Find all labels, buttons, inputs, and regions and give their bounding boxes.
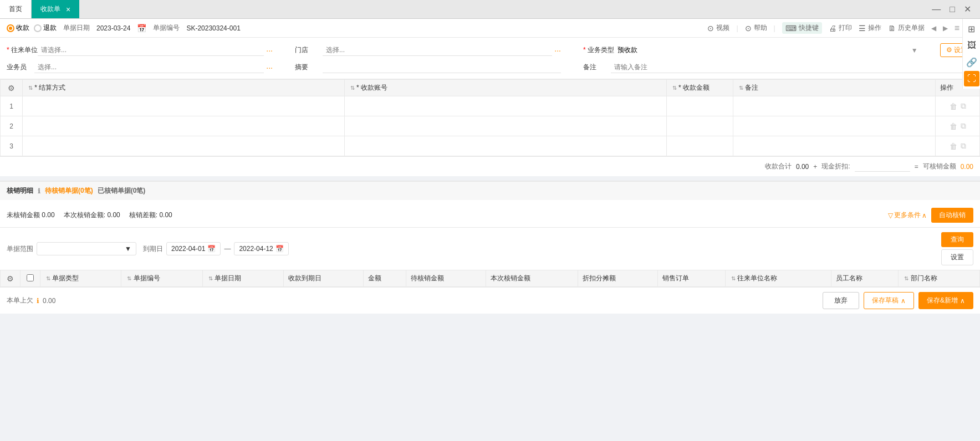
bottom-table-settings-icon[interactable]: ⚙ (7, 274, 14, 283)
operation-action[interactable]: ☰ 操作 (859, 23, 881, 33)
sidebar-expand-btn[interactable]: ⛶ (964, 71, 979, 86)
counterparty-input[interactable] (38, 44, 264, 56)
select-all-checkbox[interactable] (27, 274, 34, 281)
row2-notes[interactable] (733, 116, 935, 136)
tab-close-icon[interactable]: × (66, 5, 70, 14)
close-button[interactable]: ✕ (962, 4, 973, 14)
date-to-field[interactable]: 2022-04-12 📅 (234, 242, 288, 255)
row1-notes[interactable] (733, 96, 935, 116)
row3-action: 🗑 ⧉ (936, 136, 980, 156)
owe-info-icon[interactable]: ℹ (37, 297, 39, 305)
notes-input[interactable] (611, 61, 973, 73)
sidebar-link-btn[interactable]: 🔗 (964, 54, 979, 70)
row-num-1: 1 (1, 96, 23, 116)
form-area: 往来单位 ··· 门店 ··· 业务类型 预收款 ▼ (0, 38, 980, 79)
bottom-table: ⚙ ⇅ 单据类型 ⇅ 单据编号 (0, 270, 980, 287)
row1-copy-icon[interactable]: ⧉ (961, 101, 966, 111)
date-from-field[interactable]: 2022-04-01 📅 (166, 242, 221, 255)
table-row: 1 🗑 ⧉ (1, 96, 980, 116)
menu-lines[interactable]: ≡ (955, 23, 959, 33)
calendar-icon[interactable]: 📅 (137, 24, 146, 33)
row2-copy-icon[interactable]: ⧉ (961, 121, 966, 131)
range-chevron: ▼ (125, 245, 131, 253)
tab-home-label: 首页 (9, 4, 22, 14)
save-draft-label: 保存草稿 (872, 296, 899, 305)
salesperson-input[interactable] (34, 61, 264, 73)
plus-sign: + (813, 163, 817, 171)
row3-account[interactable] (344, 136, 666, 156)
col-settlement: ⇅ * 结算方式 (23, 80, 345, 96)
row1-account[interactable] (344, 96, 666, 116)
col-notes: ⇅ 备注 (733, 80, 935, 96)
row3-delete-icon[interactable]: 🗑 (950, 142, 957, 151)
query-button[interactable]: 查询 (941, 232, 973, 247)
business-type-chevron[interactable]: ▼ (911, 47, 918, 54)
row-num-3: 3 (1, 136, 23, 156)
sidebar-image-btn[interactable]: 🖼 (964, 38, 979, 53)
verify-info-icon[interactable]: ℹ (38, 187, 40, 195)
date-value: 2023-03-24 (96, 24, 130, 32)
video-action[interactable]: ⊙ 视频 (707, 23, 729, 33)
row2-amount[interactable] (666, 116, 733, 136)
row2-delete-icon[interactable]: 🗑 (950, 122, 957, 131)
row1-amount[interactable] (666, 96, 733, 116)
range-select[interactable]: ▼ (37, 242, 136, 255)
help-icon: ⊙ (745, 24, 752, 33)
shortcut-action[interactable]: ⌨ 快捷键 (782, 22, 822, 34)
tab-active[interactable]: 收款单 × (32, 0, 79, 18)
discount-input[interactable] (855, 161, 910, 172)
discard-label: 放弃 (834, 296, 848, 304)
total-value: 0.00 (796, 163, 809, 171)
summary-input[interactable] (323, 61, 561, 73)
pending-tab[interactable]: 待核销单据(0笔) (45, 186, 93, 196)
filter-settings-label: 设置 (951, 253, 964, 261)
date-sep: — (224, 245, 231, 253)
row3-copy-icon[interactable]: ⧉ (961, 141, 966, 151)
col-doc-type: ⇅ 单据类型 (40, 270, 121, 287)
col-account: ⇅ * 收款账号 (344, 80, 666, 96)
done-tab[interactable]: 已核销单据(0笔) (98, 186, 146, 196)
discard-button[interactable]: 放弃 (823, 292, 859, 309)
save-new-button[interactable]: 保存&新增 ∧ (918, 292, 973, 309)
counterparty-more-icon[interactable]: ··· (266, 46, 273, 55)
counterparty-label: 往来单位 (7, 45, 38, 55)
save-draft-button[interactable]: 保存草稿 ∧ (864, 292, 914, 309)
col-employee: 员工名称 (831, 270, 899, 287)
row3-settlement[interactable] (23, 136, 345, 156)
more-conditions-button[interactable]: ▽ 更多条件 ∧ (888, 211, 927, 220)
equals-sign: = (915, 163, 918, 171)
history-action[interactable]: 🗎 历史单据 (888, 23, 925, 33)
col-doc-date: ⇅ 单据日期 (202, 270, 283, 287)
radio-receipt[interactable]: 收款 (7, 23, 29, 33)
print-action[interactable]: 🖨 打印 (829, 23, 852, 33)
filter-settings-button[interactable]: 设置 (941, 249, 973, 265)
table-row: 2 🗑 ⧉ (1, 116, 980, 136)
discount-label: 现金折扣: (821, 162, 850, 171)
sidebar-table-btn[interactable]: ⊞ (964, 21, 979, 37)
store-more-icon[interactable]: ··· (554, 46, 561, 55)
minimize-button[interactable]: — (930, 4, 943, 14)
row2-account[interactable] (344, 116, 666, 136)
row1-settlement[interactable] (23, 96, 345, 116)
table-settings-icon[interactable]: ⚙ (8, 84, 15, 93)
radio-refund[interactable]: 退款 (34, 23, 57, 33)
current-verify-stat: 本次核销金额: 0.00 (64, 211, 120, 220)
maximize-button[interactable]: □ (947, 4, 957, 14)
store-input[interactable] (323, 44, 552, 56)
salesperson-more-icon[interactable]: ··· (266, 63, 273, 72)
row3-amount[interactable] (666, 136, 733, 156)
row1-delete-icon[interactable]: 🗑 (950, 102, 957, 111)
chevron-up-icon: ∧ (922, 212, 927, 219)
row2-settlement[interactable] (23, 116, 345, 136)
tab-home[interactable]: 首页 (0, 0, 32, 18)
date-to-value: 2022-04-12 (239, 245, 273, 253)
salesperson-label: 业务员 (7, 63, 34, 72)
row3-notes[interactable] (733, 136, 935, 156)
help-action[interactable]: ⊙ 帮助 (745, 23, 767, 33)
nav-next[interactable]: ▶ (943, 24, 948, 32)
number-value: SK-20230324-001 (186, 24, 240, 32)
auto-verify-button[interactable]: 自动核销 (931, 208, 973, 223)
current-owe-label: 本单上欠 (7, 296, 33, 305)
nav-prev[interactable]: ◀ (931, 24, 936, 32)
col-doc-num: ⇅ 单据编号 (121, 270, 202, 287)
